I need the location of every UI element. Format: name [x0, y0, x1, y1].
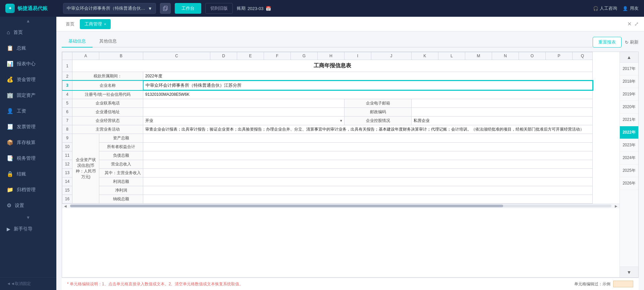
- row16-value[interactable]: [143, 195, 593, 203]
- close-panel-icon[interactable]: ✕: [627, 21, 632, 27]
- spreadsheet-main[interactable]: A B C D E F G H I J K L: [62, 52, 620, 277]
- tab-active[interactable]: 工商管理 ×: [80, 19, 111, 29]
- table-row-3: 3 企业名称 中审众环会计师事务所（特殊普通合伙）江苏分所: [62, 81, 593, 90]
- sub-tab-basic[interactable]: 基础信息: [62, 35, 93, 48]
- row6-right-label: 邮政编码: [344, 107, 412, 116]
- tab-home[interactable]: 首页: [62, 21, 78, 27]
- row3-value[interactable]: 中审众环会计师事务所（特殊普通合伙）江苏分所: [143, 81, 593, 90]
- spreadsheet-table: A B C D E F G H I J K L: [62, 52, 593, 204]
- row7-right-value[interactable]: 私营企业: [412, 116, 593, 125]
- row-num-8: 8: [62, 125, 72, 134]
- col-header-num: [62, 52, 72, 60]
- scroll-track[interactable]: [70, 205, 611, 207]
- row-num-14: 14: [62, 177, 72, 186]
- row12-value[interactable]: [143, 160, 593, 168]
- workbench-button[interactable]: 工作台: [175, 3, 201, 14]
- row15-value[interactable]: [143, 186, 593, 195]
- expand-icon[interactable]: ⤢: [634, 21, 639, 27]
- year-item-2020[interactable]: 2020年: [620, 101, 638, 114]
- sidebar-item-inventory[interactable]: 📦 库存核算: [0, 135, 56, 150]
- old-version-button[interactable]: 切到旧版: [205, 3, 233, 14]
- sidebar-item-archive[interactable]: 📁 归档管理: [0, 182, 56, 198]
- spreadsheet-title[interactable]: 工商年报信息表: [72, 60, 593, 72]
- sidebar-scroll-down[interactable]: ▼: [0, 213, 56, 221]
- sidebar-item-ledger[interactable]: 📋 总账: [0, 40, 56, 56]
- row14-value[interactable]: [143, 177, 593, 186]
- year-item-2018[interactable]: 2018年: [620, 75, 638, 88]
- sidebar-item-close[interactable]: 🔒 结账: [0, 166, 56, 182]
- year-item-2025[interactable]: 2025年: [620, 164, 638, 177]
- sub-tabs: 基础信息 其他信息: [62, 35, 593, 48]
- row4-value[interactable]: 91320100MA208E5W6K: [143, 90, 593, 99]
- col-header-E: E: [237, 52, 264, 60]
- row6-right-value[interactable]: [412, 107, 593, 116]
- year-item-2022[interactable]: 2022年: [620, 126, 638, 139]
- year-item-2017[interactable]: 2017年: [620, 63, 638, 75]
- period-value: 2023-03: [248, 6, 264, 11]
- row5-value[interactable]: [143, 99, 344, 107]
- scroll-right-button[interactable]: ▶: [613, 204, 620, 208]
- sub-tab-other[interactable]: 其他信息: [93, 35, 123, 48]
- table-row-14: 14 利润总额: [62, 177, 593, 186]
- row13-value[interactable]: [143, 168, 593, 177]
- row11-value[interactable]: [143, 151, 593, 160]
- company-selector[interactable]: 中审众环会计师事务所（特殊普通合伙… ▼: [63, 3, 156, 14]
- horizontal-scrollbar[interactable]: ◀ ▶: [62, 204, 620, 208]
- unpin-button[interactable]: ◄◄取消固定: [0, 277, 56, 290]
- row-num-2: 2: [62, 72, 72, 81]
- year-item-2024[interactable]: 2024年: [620, 152, 638, 164]
- row2-value[interactable]: 2022年度: [143, 72, 593, 81]
- sidebar-item-home[interactable]: ⌂ 首页: [0, 25, 56, 40]
- tab-close-button[interactable]: ×: [104, 22, 106, 26]
- sidebar-item-salary[interactable]: 👤 工资: [0, 103, 56, 119]
- calendar-icon[interactable]: 📅: [266, 6, 271, 11]
- row15-label: 净利润: [99, 186, 143, 195]
- sidebar-item-home-label: 首页: [13, 29, 23, 35]
- row16-label: 纳税总额: [99, 195, 143, 203]
- row-num-6: 6: [62, 107, 72, 116]
- tab-right-icons: ✕ ⤢: [627, 21, 639, 27]
- reset-report-button[interactable]: 重置报表: [593, 37, 622, 48]
- scroll-left-button[interactable]: ◀: [62, 204, 69, 208]
- sidebar-item-tax[interactable]: 📑 税务管理: [0, 150, 56, 166]
- row6-label: 企业通信地址: [72, 107, 143, 116]
- active-tab-label: 工商管理: [85, 21, 102, 27]
- sidebar-item-report[interactable]: 📊 报表中心: [0, 56, 56, 72]
- row4-label: 注册号/统一社会信用代码: [72, 90, 143, 99]
- col-header-K: K: [412, 52, 438, 60]
- chevron-down-icon: ▼: [148, 6, 152, 11]
- row5-right-value[interactable]: [412, 99, 593, 107]
- refresh-label: 刷新: [630, 39, 639, 45]
- logo-text: 畅捷通易代账: [17, 5, 48, 12]
- sidebar-item-invoice[interactable]: 🧾 发票管理: [0, 119, 56, 135]
- year-item-2026[interactable]: 2026年: [620, 177, 638, 190]
- year-item-2021[interactable]: 2021年: [620, 114, 638, 126]
- refresh-button[interactable]: ↻ 刷新: [625, 39, 639, 45]
- sidebar-item-settings[interactable]: ⚙ 设置: [0, 198, 56, 213]
- unpin-label: ◄◄取消固定: [7, 281, 31, 287]
- user-area[interactable]: 👤 用友: [623, 5, 639, 11]
- row7-value[interactable]: 开业: [143, 116, 344, 125]
- row6-value[interactable]: [143, 107, 344, 116]
- table-row-10: 10 所有者权益合计: [62, 142, 593, 151]
- asset-icon: 🏢: [7, 92, 13, 98]
- sidebar-item-guide[interactable]: ▶ 新手引导: [0, 221, 56, 237]
- col-header-B: B: [99, 52, 143, 60]
- sidebar-item-fund[interactable]: 💰 资金管理: [0, 72, 56, 87]
- col-header-D: D: [210, 52, 237, 60]
- row10-value[interactable]: [143, 142, 593, 151]
- example-cell: [613, 281, 633, 287]
- copy-button[interactable]: [160, 3, 171, 14]
- row8-value[interactable]: 审查企业会计报表；出具审计报告；验证企业资本；出具验资报告；办理企业合并、分立、…: [143, 125, 593, 134]
- table-row-4: 4 注册号/统一社会信用代码 91320100MA208E5W6K: [62, 90, 593, 99]
- year-item-2023[interactable]: 2023年: [620, 139, 638, 152]
- sidebar-scroll-up[interactable]: ▲: [0, 17, 56, 25]
- year-item-2019[interactable]: 2019年: [620, 88, 638, 101]
- row9-value[interactable]: [143, 134, 593, 142]
- row14-label: 利润总额: [99, 177, 143, 186]
- user-label: 用友: [630, 5, 639, 11]
- sidebar-item-asset[interactable]: 🏢 固定资产: [0, 87, 56, 103]
- year-nav-up[interactable]: ▲: [620, 52, 638, 63]
- year-nav-down[interactable]: ▼: [620, 267, 638, 277]
- consult-button[interactable]: 🎧 人工咨询: [593, 5, 617, 11]
